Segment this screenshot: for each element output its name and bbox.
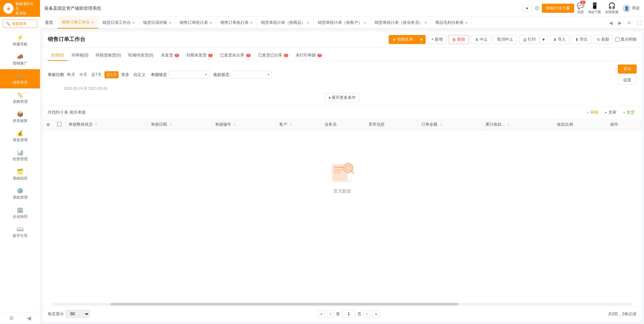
smart-create-button[interactable]: ★ 智能生单 xyxy=(389,35,417,44)
tab-order-stats-staff[interactable]: 销货单统计表（按业务员） ✕ xyxy=(371,17,431,28)
sidebar-item-enterprise[interactable]: 🏢 企业协同 xyxy=(0,203,40,222)
tab-close-sales-workbench[interactable]: ✕ xyxy=(91,21,94,24)
industry-solution-button[interactable]: 体验行业方案 xyxy=(542,4,574,13)
select-all-checkbox[interactable] xyxy=(57,122,61,126)
batch-revoke-button[interactable]: 充审 xyxy=(603,109,618,116)
sidebar-item-inventory[interactable]: 📦 库存核算 xyxy=(0,108,40,127)
tab-sales-workbench[interactable]: 销售订单工作台 ✕ xyxy=(58,17,98,29)
query-button[interactable]: 查询 xyxy=(618,65,637,74)
sidebar-item-quick-nav[interactable]: ⚡ 快捷导航 xyxy=(0,31,40,50)
sidebar-item-marketing[interactable]: 📣 营销推广 xyxy=(0,50,40,69)
subtab-expired-unshipped[interactable]: 到期未发货 0 xyxy=(183,50,216,61)
tab-next-button[interactable]: ▶ xyxy=(615,17,625,28)
date-more[interactable]: 更多 xyxy=(120,71,131,78)
page-number-input[interactable] xyxy=(342,310,355,318)
export-button[interactable]: ⬆ 导出 xyxy=(571,35,591,44)
payment-select[interactable] xyxy=(231,71,272,79)
tab-order-stats-product[interactable]: 销货单统计表（按商品） ✕ xyxy=(257,17,314,28)
add-button[interactable]: + 新增 xyxy=(428,35,446,44)
sort-customer-icon[interactable]: ⇅ xyxy=(289,123,292,126)
sort-status-icon[interactable]: ⇅ xyxy=(95,123,97,126)
sidebar-item-base-info[interactable]: 🗂️ 基础信息 xyxy=(0,165,40,184)
first-page-button[interactable]: « xyxy=(318,310,326,318)
pause-button[interactable]: ⏸ 中止 xyxy=(471,35,491,44)
filter-settings-button[interactable]: 设置 xyxy=(618,76,637,85)
print-button[interactable]: 🖨 打印 xyxy=(519,35,540,44)
tab-close-order-stats-customer[interactable]: ✕ xyxy=(363,21,366,25)
date-recent7[interactable]: 近7天 xyxy=(90,71,103,78)
th-number: 单据编号 ⇅ xyxy=(211,119,275,130)
sidebar-item-sales[interactable]: 🛒 销售管理 xyxy=(0,69,40,88)
subtab-all[interactable]: 全部(0) xyxy=(48,50,68,61)
sort-date-icon[interactable]: ⇅ xyxy=(169,123,172,126)
tab-close-all-button[interactable]: ✕ xyxy=(625,17,634,28)
horizontal-scrollbar-thumb[interactable] xyxy=(111,303,458,306)
sidebar-item-finance[interactable]: 💰 资金管理 xyxy=(0,127,40,146)
tab-cash-daily[interactable]: 钱货日清工作台 ✕ xyxy=(98,17,139,28)
delete-button[interactable]: 🗑 删除 xyxy=(448,35,469,44)
subtab-shipped-not-out[interactable]: 已发货未出库 0 xyxy=(217,50,254,61)
message-button[interactable]: 💬 消息 6 xyxy=(577,2,584,14)
display-detail-label[interactable]: 显示明细 xyxy=(620,37,637,42)
pagination: « ‹ 第 页 › » xyxy=(318,310,380,318)
date-yesterday[interactable]: 昨天 xyxy=(66,71,77,78)
tab-close-order-stats-product[interactable]: ✕ xyxy=(307,21,309,25)
tab-close-cash-daily[interactable]: ✕ xyxy=(132,21,135,25)
subtab-pending-review[interactable]: 待审核(0) xyxy=(68,50,92,61)
subtab-unshipped[interactable]: 未发货 0 xyxy=(158,50,182,61)
tab-margin-analysis[interactable]: 商品毛利分析表 ✕ xyxy=(431,17,472,28)
tab-cash-reconcile[interactable]: 钱货日清对账 ✕ xyxy=(139,17,176,28)
subtab-pending-inspection[interactable]: 待拣货验货(0) xyxy=(92,50,124,61)
horizontal-scrollbar[interactable] xyxy=(52,303,632,306)
cancel-pause-button[interactable]: 取消中止 xyxy=(493,35,517,44)
sort-amount-icon[interactable]: ⇅ xyxy=(440,123,442,126)
tab-expand-button[interactable]: ⛶ xyxy=(634,17,644,28)
prev-page-button[interactable]: ‹ xyxy=(327,310,334,318)
sort-collected-icon[interactable]: ⇅ xyxy=(507,123,510,126)
system-icon: ⚙️ xyxy=(17,188,24,194)
online-service-button[interactable]: 🎧 在线客服 xyxy=(605,2,618,14)
app-download-button[interactable]: 📱 App下载 xyxy=(588,2,601,14)
tab-close-sales-exec[interactable]: ✕ xyxy=(250,21,253,25)
print-dropdown[interactable]: ▼ xyxy=(540,35,548,44)
import-button[interactable]: ⬇ 导入 xyxy=(550,35,569,44)
smart-create-dropdown[interactable]: ▼ xyxy=(417,35,426,44)
date-custom[interactable]: 自定义 xyxy=(132,71,147,78)
subtab-shipped-out[interactable]: 已发货已出库 0 xyxy=(255,50,292,61)
next-page-button[interactable]: › xyxy=(363,310,370,318)
sidebar-collapse-button[interactable]: ◀ xyxy=(27,315,31,321)
gear-icon[interactable]: ⚙ xyxy=(46,122,50,127)
tab-close-order-stats-staff[interactable]: ✕ xyxy=(424,21,427,25)
sidebar-item-guide[interactable]: 📖 新手引导 xyxy=(0,222,40,242)
sidebar-item-purchase[interactable]: 🏷️ 采购管理 xyxy=(0,88,40,108)
sidebar-item-operations[interactable]: 📊 经营管理 xyxy=(0,146,40,165)
tab-close-cash-reconcile[interactable]: ✕ xyxy=(169,21,171,25)
system-dropdown-button[interactable]: ▼ xyxy=(522,5,532,12)
subtab-unprinted[interactable]: 未打印单据 0 xyxy=(292,50,325,61)
sidebar-settings-button[interactable]: ⚙ xyxy=(9,315,14,321)
tab-close-margin-analysis[interactable]: ✕ xyxy=(465,21,468,25)
purchase-icon: 🏷️ xyxy=(17,92,24,98)
tab-sales-stats[interactable]: 销售订单统计表 ✕ xyxy=(176,17,216,28)
subtab-wangpu-pending[interactable]: 旺铺待发货(0) xyxy=(125,50,157,61)
date-today[interactable]: 今天 xyxy=(78,71,89,78)
tab-prev-button[interactable]: ◀ xyxy=(606,17,615,28)
search-menu-button[interactable]: 🔍 搜索菜单 xyxy=(3,19,37,28)
per-page-select[interactable]: 50 10 20 100 xyxy=(66,310,90,318)
topbar-settings-icon[interactable]: ⚙ xyxy=(534,5,539,11)
tab-home[interactable]: 首页 xyxy=(40,17,58,28)
tab-close-sales-stats[interactable]: ✕ xyxy=(209,21,212,25)
tab-sales-exec[interactable]: 销售订单执行表 ✕ xyxy=(216,17,257,28)
refresh-button[interactable]: ↻ 刷新 xyxy=(593,35,613,44)
tab-order-stats-customer[interactable]: 销货单统计表（按客户） ✕ xyxy=(314,17,371,28)
batch-ship-button[interactable]: 发货 xyxy=(621,109,637,116)
batch-review-button[interactable]: 审核 xyxy=(585,109,600,116)
display-detail-checkbox[interactable] xyxy=(615,37,619,42)
date-recent1m[interactable]: 近1月 xyxy=(104,71,119,78)
status-select[interactable] xyxy=(169,71,209,79)
last-page-button[interactable]: » xyxy=(372,310,380,318)
expand-filters-button[interactable]: ▾ 展开更多条件 xyxy=(325,93,359,102)
sidebar-item-system[interactable]: ⚙️ 系统管理 xyxy=(0,184,40,203)
user-button[interactable]: 👤 用友 xyxy=(622,4,640,12)
sort-number-icon[interactable]: ⇅ xyxy=(233,123,236,126)
